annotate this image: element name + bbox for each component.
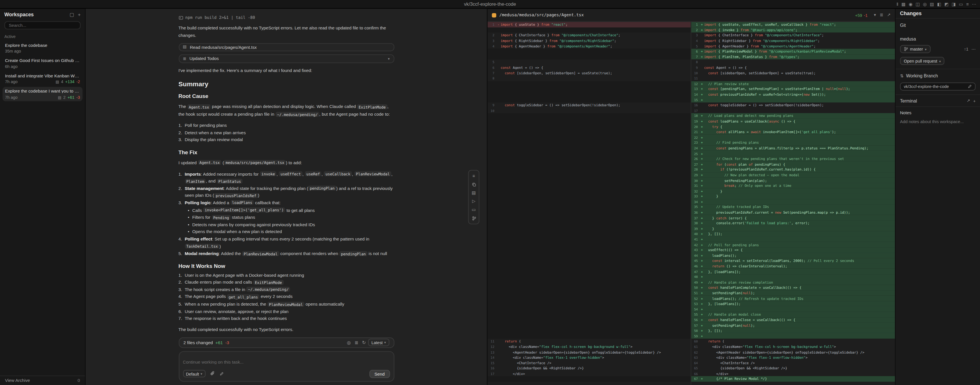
diff-line: 3import { ChatInterface } from "@/compon…	[691, 33, 895, 38]
copy-icon[interactable]	[471, 181, 476, 187]
eye-icon[interactable]: ◎	[347, 340, 351, 345]
workspace-item[interactable]: Explore the codebase I want you to ex...…	[3, 86, 83, 101]
diff-line: 17	[691, 108, 895, 113]
panel-bottom-icon[interactable]: ▭	[959, 0, 963, 9]
list-icon[interactable]: ≡	[966, 0, 969, 9]
diff-line: 60 return (	[691, 339, 895, 344]
pr-button-label: Open pull request	[904, 59, 937, 63]
line-number: 15	[487, 361, 496, 365]
line-number: 44	[691, 254, 700, 257]
line-number: 16	[487, 366, 496, 370]
eye-icon[interactable]: ◎	[923, 0, 927, 9]
inline-code: Pending	[212, 215, 231, 220]
external-link-icon[interactable]: ↗	[887, 13, 891, 18]
inline-code: PlanReviewModal	[267, 302, 304, 307]
bold-text: Polling logic	[185, 200, 211, 205]
panel-left-icon[interactable]: ◧	[937, 0, 941, 9]
checklist-icon[interactable]: ≣	[880, 13, 883, 18]
record-icon[interactable]: ◉	[908, 0, 912, 9]
chevron-down-icon[interactable]: ▾	[874, 13, 876, 18]
inline-code: ExitPlanMode	[253, 280, 283, 285]
diff-scroll-area[interactable]: 1-import { useState } from "react";2impo…	[487, 22, 895, 385]
chat-scroll-area[interactable]: npm run build 2>&1 | tail -80The build c…	[86, 9, 487, 335]
edit-icon[interactable]	[967, 84, 972, 89]
edit-icon[interactable]	[219, 371, 223, 375]
panel-top-icon[interactable]: ◩	[944, 0, 948, 9]
view-archive-button[interactable]: View Archive 0	[0, 375, 85, 385]
split-view-icon[interactable]: ◫	[916, 0, 920, 9]
clipboard-icon[interactable]: ▤	[472, 190, 476, 196]
play-icon[interactable]: ▷	[472, 199, 475, 204]
diff-line: 40+ }, []);	[691, 231, 895, 237]
grid-icon[interactable]: ▦	[901, 0, 905, 9]
diff-line: 66 </div>	[691, 371, 895, 376]
update-todos-tool[interactable]: ≣Updated Todos▾	[178, 54, 394, 63]
workspace-deletions: -3	[76, 94, 80, 99]
read-file-tool[interactable]: ▤Read medusa/src/pages/Agent.tsx	[178, 43, 394, 51]
section-heading: How It Works Now	[178, 263, 394, 269]
workspace-item[interactable]: Explore the codebase 35m ago	[3, 41, 83, 55]
branch-selector[interactable]: master ▾	[900, 45, 930, 53]
open-terminal-icon[interactable]: ↗	[967, 98, 970, 103]
search-input[interactable]	[9, 23, 76, 27]
workspace-item[interactable]: Install and integrate Vibe Kanban Web...…	[3, 71, 83, 86]
list-item: 5.Modal rendering: Added the PlanReviewM…	[178, 250, 394, 257]
drag-handle-icon[interactable]: ≡	[473, 173, 475, 179]
diff-line: 33+ }	[691, 194, 895, 199]
inline-code: ~/.medusa/pending/	[275, 112, 319, 117]
new-terminal-icon[interactable]: +	[973, 99, 975, 103]
diff-header: /medusa/medusa/src/pages/Agent.tsx +59 -…	[487, 9, 895, 22]
add-workspace-button[interactable]: +	[78, 12, 81, 18]
diff-line: 43+ useEffect(() => {	[691, 247, 895, 253]
line-number: 2	[691, 28, 700, 32]
diff-filler	[487, 226, 690, 231]
diff-filler	[487, 140, 690, 145]
diff-filler	[487, 317, 690, 323]
attach-icon[interactable]	[210, 371, 215, 376]
diff-line: 14 <div className="flex flex-1 overflow-…	[487, 355, 690, 360]
screen-share-icon[interactable]: ▭	[472, 207, 476, 213]
line-number: 67	[691, 377, 700, 381]
line-number: 7	[691, 55, 700, 59]
git-branch-icon[interactable]	[471, 215, 476, 221]
send-button[interactable]: Send	[369, 369, 390, 377]
message-input[interactable]	[183, 360, 390, 364]
line-number: 11	[691, 76, 700, 80]
refresh-icon[interactable]: ↻	[362, 340, 366, 345]
layout-icon[interactable]: ▢	[70, 12, 74, 18]
diff-line: 42+ // Poll for pending plans	[691, 242, 895, 247]
notes-placeholder[interactable]: Add notes about this workspace...	[900, 119, 976, 124]
more-icon[interactable]: ⋯	[971, 46, 975, 52]
line-number: 27	[691, 162, 700, 166]
files-changed-bar[interactable]: 2 files changed +61 -3 ◎≣↻ Latest ▾	[178, 337, 394, 348]
line-number: 62	[691, 350, 700, 354]
line-number: 65	[691, 366, 700, 370]
numbered-list: 1.Poll for pending plans2.Detect when a …	[178, 122, 394, 144]
mode-selector[interactable]: Default ▾	[183, 370, 205, 377]
diff-new-column: 1+import { useState, useEffect, useRef, …	[691, 22, 895, 385]
line-number: 8	[691, 60, 700, 64]
deletions-count: -3	[226, 340, 229, 344]
line-number: 46	[691, 264, 700, 268]
line-number: 63	[691, 356, 700, 359]
checklist-icon[interactable]: ≣	[355, 340, 358, 345]
working-branch-field[interactable]	[900, 83, 976, 91]
workspace-item[interactable]: Create Good First Issues on Github So...…	[3, 56, 83, 70]
line-number: 23	[691, 141, 700, 145]
diff-filler	[487, 194, 690, 199]
terminal-command-row[interactable]: npm run build 2>&1 | tail -80	[178, 15, 394, 20]
inline-code: useRef	[305, 171, 321, 177]
panel-right-icon[interactable]: ◨	[952, 0, 956, 9]
version-selector[interactable]: Latest ▾	[368, 339, 389, 346]
rows-icon[interactable]: ▤	[930, 0, 934, 9]
assistant-text: The build completed successfully with no…	[178, 326, 394, 334]
diff-line: 10	[487, 108, 690, 113]
search-box[interactable]	[4, 21, 81, 29]
diff-line: 57+ setPendingPlan(null);	[691, 323, 895, 328]
open-pull-request-button[interactable]: Open pull request ▾	[900, 57, 945, 65]
inline-code: get_all_plans	[227, 294, 260, 299]
pause-icon[interactable]: ‖	[897, 0, 898, 9]
working-branch-input[interactable]	[904, 84, 966, 89]
diff-filler	[487, 97, 690, 103]
more-icon[interactable]: ⋯	[972, 0, 976, 9]
